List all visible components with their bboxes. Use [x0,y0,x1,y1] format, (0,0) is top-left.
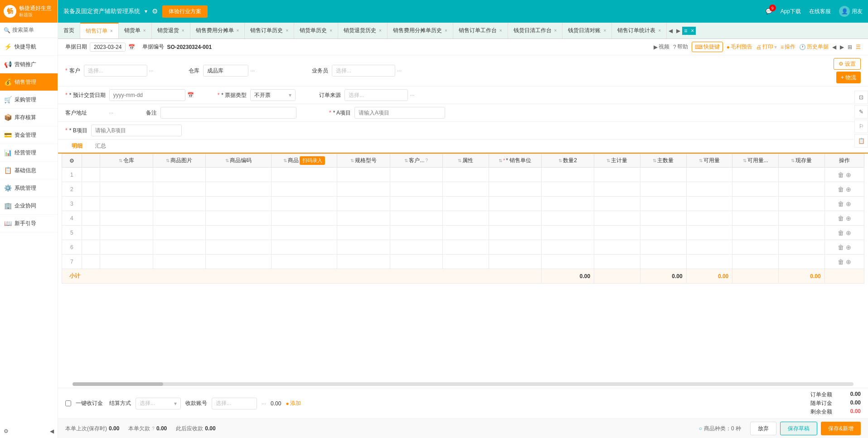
discard-btn[interactable]: 放弃 [750,422,776,435]
row-1-spec[interactable] [337,168,390,182]
row-3-code[interactable] [153,197,205,211]
tab-close-sales-goods[interactable]: × [143,28,146,33]
delivery-calendar[interactable]: 📅 [187,92,194,98]
row-6-scan[interactable] [272,240,337,255]
row-7-available[interactable] [686,255,732,269]
row-3-spec[interactable] [337,197,390,211]
row-2-attribute[interactable] [442,182,489,197]
tab-close-fee-history[interactable]: × [445,28,447,33]
row-4-spec[interactable] [337,211,390,226]
search-menu[interactable]: 🔍 搜索菜单 [0,23,58,38]
rp-icon-2[interactable]: ✎ [854,105,868,119]
settings-btn[interactable]: ⚙ 设置 [834,58,861,70]
th-unit[interactable]: ⇅ * * 销售单位 [489,154,541,168]
row-7-scan[interactable] [272,255,337,269]
tab-sales-return[interactable]: 销货退货 × [152,23,190,39]
sidebar-item-purchase[interactable]: 🛒 采购管理 [0,91,58,109]
tab-fee-history[interactable]: 销售费用分摊单历史 × [388,23,453,39]
view-btn[interactable]: ▶ 视频 [654,43,669,51]
row-5-warehouse[interactable] [82,226,100,240]
row-6-main-qty[interactable] [640,240,686,255]
row-4-delete[interactable]: 🗑 [838,215,844,222]
app-download[interactable]: App下载 [781,8,801,15]
row-4-unit[interactable] [489,211,541,226]
tab-nav-prev[interactable]: ◀ [667,28,674,34]
sort-attribute[interactable]: ⇅ [458,158,461,163]
settlement-select[interactable]: 选择... ▾ [136,398,181,409]
history-btn[interactable]: 🕐 历史单据 [799,43,829,51]
tab-fee-split[interactable]: 销售费用分摊单 × [190,23,245,39]
row-6-spec[interactable] [337,240,390,255]
row-7-unit[interactable] [489,255,541,269]
row-1-main-qty[interactable] [640,168,686,182]
topbar-arrow-down[interactable]: ▾ [145,8,147,14]
sort-spec[interactable]: ⇅ [350,158,354,163]
row-6-attribute[interactable] [442,240,489,255]
tab-order-stats[interactable]: 销售订单统计表 × [612,23,667,39]
tab-sales-goods[interactable]: 销货单 × [119,23,152,39]
tab-close-sales-order[interactable]: × [110,29,113,34]
row-5-code[interactable] [153,226,205,240]
scan-btn[interactable]: 扫码录入 [300,156,325,165]
row-7-qty2[interactable] [541,255,594,269]
row-5-scan[interactable] [272,226,337,240]
th-attribute[interactable]: ⇅ 属性 [442,154,489,168]
row-2-stock[interactable] [779,182,825,197]
sidebar-item-finance[interactable]: 💳 资金管理 [0,126,58,144]
sidebar-item-guide[interactable]: 📖 新手引导 [0,215,58,232]
sort-image[interactable]: ⇅ [166,158,170,163]
th-available[interactable]: ⇅ 可用量 [686,154,732,168]
sort-main-unit[interactable]: ⇅ [606,158,610,163]
source-more[interactable]: ··· [410,92,414,98]
row-2-unit[interactable] [489,182,541,197]
row-5-qty2[interactable] [541,226,594,240]
save-draft-btn[interactable]: 保存草稿 [780,422,817,435]
row-5-product[interactable] [205,226,271,240]
row-4-available[interactable] [686,211,732,226]
sort-warehouse[interactable]: ⇅ [119,158,122,163]
row-5-available[interactable] [686,226,732,240]
sidebar-item-base[interactable]: 📋 基础信息 [0,162,58,179]
tab-nav-menu[interactable]: ≡ [682,27,689,35]
th-customer-code[interactable]: ⇅ 客户... ? [390,154,442,168]
sidebar-item-inventory[interactable]: 📦 库存核算 [0,109,58,126]
row-6-stock[interactable] [779,240,825,255]
project-a-input[interactable] [354,107,445,119]
list-view[interactable]: ☰ [856,44,861,50]
shortcut-btn[interactable]: ⌨ 快捷键 [692,42,723,52]
row-7-customer-code[interactable] [390,255,442,269]
row-2-copy[interactable]: ⊕ [846,186,851,193]
tab-order-workbench[interactable]: 销售订单工作台 × [453,23,508,39]
row-3-product[interactable] [205,197,271,211]
row-3-main-qty[interactable] [640,197,686,211]
tab-sales-order[interactable]: 销售订单 × [80,23,119,39]
row-4-customer-code[interactable] [390,211,442,226]
row-4-image[interactable] [100,211,153,226]
row-5-unit[interactable] [489,226,541,240]
tab-close-all[interactable]: × [689,27,696,35]
row-5-available2[interactable] [732,226,779,240]
row-7-product[interactable] [205,255,271,269]
row-7-delete[interactable]: 🗑 [838,258,844,265]
row-6-qty2[interactable] [541,240,594,255]
user-menu[interactable]: 👤 用友 [839,6,863,17]
th-product[interactable]: ⇅ 商品 扫码录入 [272,154,337,168]
row-2-spec[interactable] [337,182,390,197]
sort-stock[interactable]: ⇅ [791,158,795,163]
row-7-stock[interactable] [779,255,825,269]
row-4-copy[interactable]: ⊕ [846,215,851,222]
sort-unit[interactable]: ⇅ [499,158,502,163]
row-5-delete[interactable]: 🗑 [838,229,844,236]
th-settings[interactable]: ⚙ [62,154,82,168]
customer-input[interactable]: 选择... [84,65,147,77]
row-3-image[interactable] [100,197,153,211]
delivery-input[interactable] [109,89,185,101]
customer-more[interactable]: ··· [149,67,154,74]
row-2-image[interactable] [100,182,153,197]
row-6-delete[interactable]: 🗑 [838,244,844,251]
customer-code-help[interactable]: ? [426,158,428,163]
th-qty2[interactable]: ⇅ 数量2 [541,154,594,168]
row-3-attribute[interactable] [442,197,489,211]
th-main-unit[interactable]: ⇅ 主计量 [594,154,640,168]
row-4-qty2[interactable] [541,211,594,226]
